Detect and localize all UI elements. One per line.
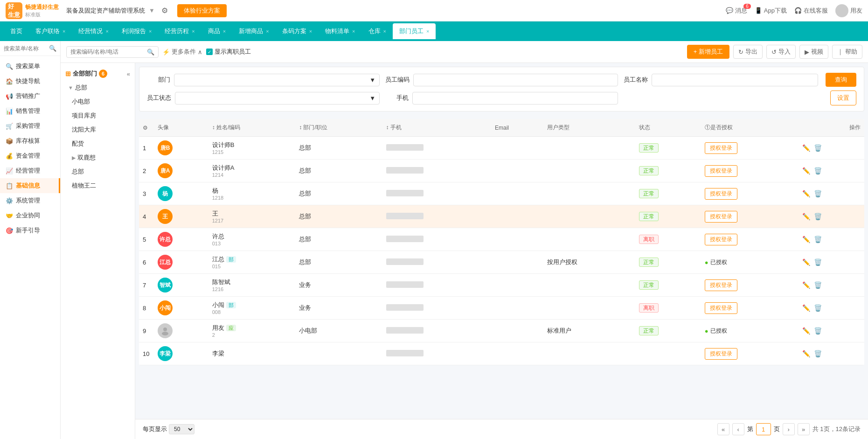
auth-button[interactable]: 授权登录 bbox=[705, 279, 737, 291]
dept-tree-item-peihuo[interactable]: 配货 bbox=[61, 137, 135, 151]
delete-icon[interactable]: 🗑️ bbox=[814, 236, 822, 243]
tab-close-profit[interactable]: × bbox=[149, 28, 152, 34]
sidebar-item-inventory[interactable]: 📦库存核算 bbox=[0, 133, 60, 148]
query-button[interactable]: 查询 bbox=[826, 73, 856, 87]
row-auth[interactable]: 授权登录 bbox=[701, 182, 799, 205]
tab-close-employees[interactable]: × bbox=[426, 28, 429, 34]
tab-home[interactable]: 首页 bbox=[4, 23, 29, 39]
edit-icon[interactable]: ✏️ bbox=[802, 236, 810, 243]
dropdown-arrow-icon[interactable]: ▼ bbox=[149, 7, 155, 14]
row-auth[interactable]: 授权登录 bbox=[701, 342, 799, 365]
auth-button[interactable]: 授权登录 bbox=[705, 188, 737, 200]
delete-icon[interactable]: 🗑️ bbox=[814, 281, 822, 289]
page-input[interactable] bbox=[756, 423, 771, 435]
row-auth[interactable]: 授权登录 bbox=[701, 137, 799, 160]
prev-page-btn[interactable]: ‹ bbox=[732, 423, 744, 435]
sidebar-item-marketing[interactable]: 📢营销推广 bbox=[0, 89, 60, 104]
auth-button[interactable]: 授权登录 bbox=[705, 211, 737, 223]
edit-icon[interactable]: ✏️ bbox=[802, 327, 810, 334]
tab-close-operation[interactable]: × bbox=[105, 28, 108, 34]
phone-input[interactable] bbox=[412, 92, 618, 105]
app-download[interactable]: 📱 App下载 bbox=[755, 7, 787, 15]
sidebar-item-finance[interactable]: 💰资金管理 bbox=[0, 148, 60, 163]
edit-icon[interactable]: ✏️ bbox=[802, 281, 810, 289]
col-phone[interactable]: ↕ 手机 bbox=[382, 119, 491, 137]
sidebar-item-sales[interactable]: 📊销售管理 bbox=[0, 104, 60, 118]
edit-icon[interactable]: ✏️ bbox=[802, 350, 810, 357]
edit-icon[interactable]: ✏️ bbox=[802, 190, 810, 197]
next-page-btn[interactable]: › bbox=[783, 423, 795, 435]
tab-close-new-goods[interactable]: × bbox=[266, 28, 269, 34]
status-select[interactable]: ▼ bbox=[175, 92, 380, 105]
sidebar-item-system[interactable]: ⚙️系统管理 bbox=[0, 193, 60, 208]
dept-tree-item-xiangmu[interactable]: 项目库房 bbox=[61, 109, 135, 123]
reset-button[interactable]: 设置 bbox=[830, 91, 856, 105]
tab-close-bom[interactable]: × bbox=[352, 28, 355, 34]
show-inactive-wrap[interactable]: ✓ 显示离职员工 bbox=[206, 48, 251, 56]
import-button[interactable]: ↺ 导入 bbox=[766, 45, 796, 59]
help-button[interactable]: ｜ 帮助 bbox=[832, 45, 862, 59]
delete-icon[interactable]: 🗑️ bbox=[814, 350, 822, 357]
trial-button[interactable]: 体验行业方案 bbox=[177, 4, 227, 17]
edit-icon[interactable]: ✏️ bbox=[802, 304, 810, 312]
sidebar-item-nav[interactable]: 🏠快捷导航 bbox=[0, 74, 60, 89]
sidebar-item-search[interactable]: 🔍搜索菜单 bbox=[0, 59, 60, 74]
dept-tree-item-zongbu[interactable]: ▼ 总部 bbox=[61, 81, 135, 95]
view-button[interactable]: ▶ 视频 bbox=[799, 45, 828, 59]
export-button[interactable]: ↻ 导出 bbox=[733, 45, 763, 59]
tab-customer[interactable]: 客户联络 × bbox=[29, 23, 72, 39]
auth-button[interactable]: 授权登录 bbox=[705, 142, 737, 154]
more-filter-btn[interactable]: ⚡ 更多条件 ∧ bbox=[162, 48, 202, 56]
message-icon-wrap[interactable]: 💬 6 消息 bbox=[726, 7, 747, 15]
sidebar-item-purchase[interactable]: 🛒采购管理 bbox=[0, 118, 60, 133]
tab-warehouse[interactable]: 仓库 × bbox=[362, 23, 393, 39]
sidebar-item-guide[interactable]: 🎯新手引导 bbox=[0, 223, 60, 238]
auth-button[interactable]: 授权登录 bbox=[705, 348, 737, 360]
row-auth[interactable]: 授权登录 bbox=[701, 274, 799, 297]
dept-select[interactable]: ▼ bbox=[174, 74, 380, 86]
dept-tree-item-shenyang[interactable]: 沈阳大库 bbox=[61, 123, 135, 137]
search-input[interactable] bbox=[70, 49, 145, 55]
edit-icon[interactable]: ✏️ bbox=[802, 213, 810, 220]
add-employee-button[interactable]: + 新增员工 bbox=[687, 45, 729, 59]
sidebar-item-base[interactable]: 📋基础信息 bbox=[0, 178, 60, 193]
dept-tree-item-xiaodianzhi[interactable]: 小电部 bbox=[61, 95, 135, 109]
delete-icon[interactable]: 🗑️ bbox=[814, 144, 822, 152]
sidebar-search-input[interactable] bbox=[4, 45, 47, 52]
row-auth[interactable]: 授权登录 bbox=[701, 160, 799, 182]
tab-history[interactable]: 经营历程 × bbox=[158, 23, 201, 39]
delete-icon[interactable]: 🗑️ bbox=[814, 304, 822, 312]
col-settings[interactable]: ⚙ bbox=[139, 119, 154, 137]
row-auth[interactable]: 授权登录 bbox=[701, 205, 799, 228]
delete-icon[interactable]: 🗑️ bbox=[814, 167, 822, 174]
dept-tree-item-shuanglu[interactable]: ▶双鹿想 bbox=[61, 151, 135, 165]
row-auth[interactable]: 授权登录 bbox=[701, 297, 799, 320]
tab-bom[interactable]: 物料清单 × bbox=[319, 23, 361, 39]
edit-icon[interactable]: ✏️ bbox=[802, 144, 810, 152]
last-page-btn[interactable]: » bbox=[798, 423, 810, 435]
sidebar-search-wrap[interactable]: 🔍 bbox=[0, 41, 60, 56]
auth-button[interactable]: 授权登录 bbox=[705, 234, 737, 245]
tab-close-customer[interactable]: × bbox=[62, 28, 65, 34]
search-wrap[interactable]: 🔍 bbox=[66, 46, 159, 58]
emp-code-input[interactable] bbox=[413, 74, 618, 86]
row-auth[interactable]: 授权登录 bbox=[701, 228, 799, 251]
delete-icon[interactable]: 🗑️ bbox=[814, 258, 822, 266]
tab-goods[interactable]: 商品 × bbox=[201, 23, 232, 39]
tab-close-barcode[interactable]: × bbox=[309, 28, 312, 34]
user-menu[interactable]: 用友 bbox=[835, 4, 862, 17]
edit-icon[interactable]: ✏️ bbox=[802, 258, 810, 266]
delete-icon[interactable]: 🗑️ bbox=[814, 327, 822, 334]
sidebar-item-collab[interactable]: 🤝企业协同 bbox=[0, 208, 60, 223]
per-page-select[interactable]: 50 100 bbox=[169, 424, 194, 434]
dept-tree-item-zhiwu[interactable]: 植物王二 bbox=[61, 179, 135, 193]
edit-icon[interactable]: ✏️ bbox=[802, 167, 810, 174]
auth-button[interactable]: 授权登录 bbox=[705, 165, 737, 177]
emp-name-input[interactable] bbox=[652, 74, 818, 86]
dept-collapse-btn[interactable]: « bbox=[127, 70, 130, 77]
tab-close-goods[interactable]: × bbox=[223, 28, 226, 34]
first-page-btn[interactable]: « bbox=[717, 423, 729, 435]
tab-close-warehouse[interactable]: × bbox=[383, 28, 386, 34]
online-service[interactable]: 🎧 在线客服 bbox=[794, 7, 828, 15]
delete-icon[interactable]: 🗑️ bbox=[814, 213, 822, 220]
